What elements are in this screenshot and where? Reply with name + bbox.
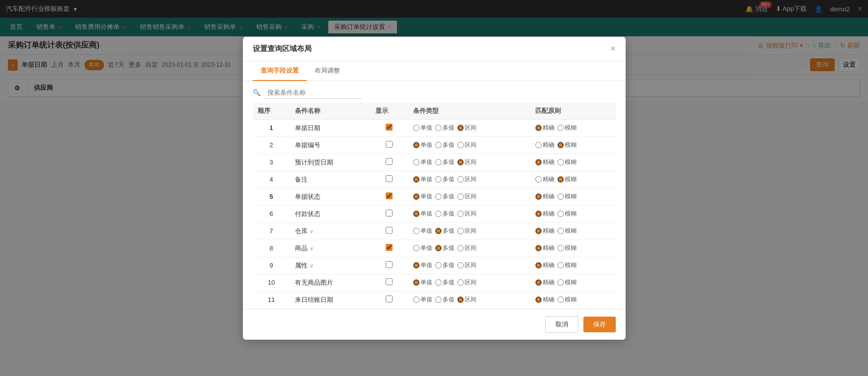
modal-search-area: 🔍 [243,81,626,102]
search-icon: 🔍 [253,89,261,96]
modal-close-button[interactable]: × [610,44,616,54]
modal-overlay: 设置查询区域布局 × 查询字段设置 布局调整 🔍 顺序 条件名称 [0,0,868,101]
modal-tabs: 查询字段设置 布局调整 [243,61,626,81]
modal-dialog: 设置查询区域布局 × 查询字段设置 布局调整 🔍 顺序 条件名称 [243,37,626,102]
search-input[interactable] [263,87,362,99]
modal-tab-layout-label: 布局调整 [315,67,340,74]
modal-tab-query-fields-label: 查询字段设置 [261,67,299,74]
modal-title: 设置查询区域布局 [253,44,312,54]
modal-tab-layout[interactable]: 布局调整 [307,61,348,81]
modal-header: 设置查询区域布局 × [243,37,626,61]
modal-tab-query-fields[interactable]: 查询字段设置 [253,61,307,81]
